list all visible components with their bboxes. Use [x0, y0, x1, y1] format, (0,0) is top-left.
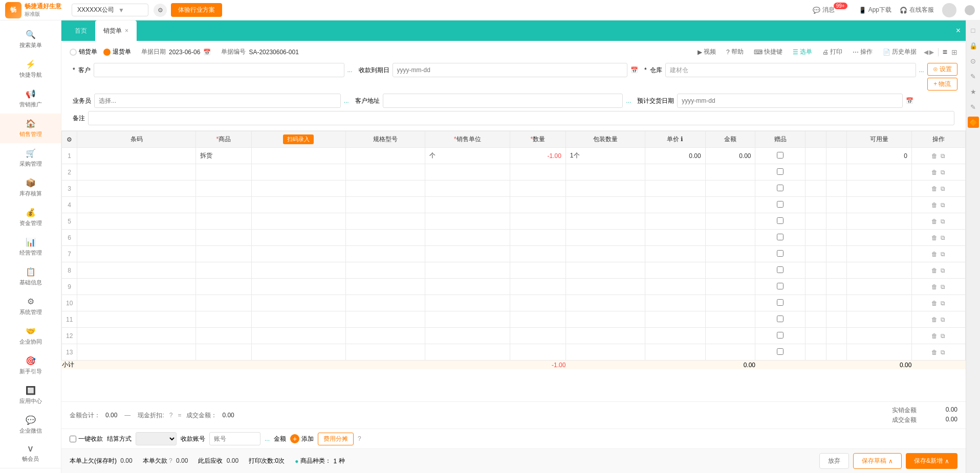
cell-pack[interactable]: [565, 262, 645, 279]
cell-product[interactable]: [195, 328, 251, 344]
cell-product[interactable]: [195, 311, 251, 328]
sidebar-item-member[interactable]: V 畅会员: [0, 440, 61, 468]
cell-unit[interactable]: [425, 181, 510, 197]
cell-spec[interactable]: [345, 246, 425, 262]
cell-unit[interactable]: [425, 230, 510, 246]
tab-close-icon[interactable]: ×: [125, 27, 128, 34]
cell-barcode[interactable]: [77, 279, 195, 295]
customer-input[interactable]: [94, 63, 344, 77]
save-draft-btn[interactable]: 保存草稿 ∧: [853, 453, 902, 469]
cell-spec[interactable]: [345, 181, 425, 197]
due-date-cal-icon[interactable]: 📅: [630, 66, 638, 74]
expected-date-input[interactable]: [677, 94, 903, 108]
account-dots-btn[interactable]: ...: [265, 435, 270, 442]
customer-addr-input[interactable]: [383, 94, 623, 108]
delete-icon[interactable]: 🗑: [931, 251, 938, 258]
cell-barcode[interactable]: [77, 230, 195, 246]
sidebar-item-system[interactable]: ⚙ 系统管理: [0, 291, 61, 321]
copy-icon[interactable]: ⧉: [941, 152, 945, 160]
cell-price[interactable]: [645, 197, 705, 213]
cell-unit[interactable]: 个: [425, 148, 510, 164]
delete-icon[interactable]: 🗑: [931, 169, 938, 176]
cell-price[interactable]: [645, 213, 705, 230]
cell-unit[interactable]: [425, 279, 510, 295]
cell-pack[interactable]: 1个: [565, 148, 645, 164]
cell-pack[interactable]: [565, 164, 645, 181]
operation-btn[interactable]: ⋯ 操作: [850, 46, 876, 58]
cell-product[interactable]: [195, 262, 251, 279]
cell-price[interactable]: 0.00: [645, 148, 705, 164]
sidebar-item-basic[interactable]: 📋 基础信息: [0, 262, 61, 291]
warehouse-input[interactable]: [665, 63, 916, 77]
one-click-checkbox[interactable]: [70, 436, 76, 442]
cell-barcode[interactable]: [77, 311, 195, 328]
cell-gift[interactable]: [755, 164, 805, 181]
cell-product[interactable]: [195, 246, 251, 262]
sidebar-item-finance[interactable]: 💰 资金管理: [0, 202, 61, 232]
cell-spec[interactable]: [345, 230, 425, 246]
cell-amount[interactable]: [705, 295, 755, 311]
settings-btn[interactable]: ⊙ 设置: [927, 63, 957, 76]
cell-spec[interactable]: [345, 295, 425, 311]
cell-pack[interactable]: [565, 279, 645, 295]
cell-barcode[interactable]: [77, 164, 195, 181]
cell-product[interactable]: [195, 213, 251, 230]
cell-amount[interactable]: [705, 279, 755, 295]
right-panel-icon1[interactable]: □: [968, 25, 979, 36]
cell-pack[interactable]: [565, 230, 645, 246]
cell-pack[interactable]: [565, 344, 645, 361]
online-support-btn[interactable]: 🎧 在线客服: [900, 6, 934, 14]
cell-spec[interactable]: [345, 197, 425, 213]
copy-icon[interactable]: ⧉: [941, 300, 945, 307]
delete-icon[interactable]: 🗑: [931, 267, 938, 274]
col-settings[interactable]: ⚙: [62, 131, 77, 148]
sidebar-item-sales[interactable]: 🏠 销售管理: [0, 114, 61, 143]
cell-price[interactable]: [645, 344, 705, 361]
cell-qty[interactable]: [510, 164, 565, 181]
cell-gift[interactable]: [755, 181, 805, 197]
cell-spec[interactable]: [345, 213, 425, 230]
calc-method-select[interactable]: [136, 432, 177, 445]
cell-amount[interactable]: [705, 164, 755, 181]
cell-amount[interactable]: 0.00: [705, 148, 755, 164]
sidebar-item-operation[interactable]: 📊 经营管理: [0, 232, 61, 262]
delete-icon[interactable]: 🗑: [931, 349, 938, 356]
cell-gift[interactable]: [755, 148, 805, 164]
copy-icon[interactable]: ⧉: [941, 349, 945, 356]
logistics-btn[interactable]: + 物流: [927, 78, 957, 91]
cell-barcode[interactable]: [77, 197, 195, 213]
cell-barcode[interactable]: [77, 213, 195, 230]
delete-icon[interactable]: 🗑: [931, 234, 938, 241]
cell-product[interactable]: [195, 164, 251, 181]
cell-price[interactable]: [645, 295, 705, 311]
product-type[interactable]: ● 商品种类： 1 种: [295, 457, 345, 465]
tab-sales[interactable]: 销货单 ×: [95, 20, 137, 41]
cell-price[interactable]: [645, 311, 705, 328]
sidebar-item-search[interactable]: 🔍 搜索菜单: [0, 25, 61, 54]
cell-barcode[interactable]: [77, 148, 195, 164]
sidebar-item-quick[interactable]: ⚡ 快捷导航: [0, 54, 61, 84]
expected-date-cal-icon[interactable]: 📅: [906, 97, 913, 104]
cell-price[interactable]: [645, 279, 705, 295]
cell-barcode[interactable]: [77, 181, 195, 197]
cell-unit[interactable]: [425, 246, 510, 262]
cell-gift[interactable]: [755, 197, 805, 213]
cell-qty[interactable]: [510, 181, 565, 197]
cell-unit[interactable]: [425, 311, 510, 328]
sidebar-item-wxwork[interactable]: 💬 企业微信: [0, 410, 61, 440]
cell-product[interactable]: [195, 230, 251, 246]
copy-icon[interactable]: ⧉: [941, 169, 945, 176]
cell-qty[interactable]: [510, 262, 565, 279]
company-selector[interactable]: XXXXXX公司 ▼: [72, 4, 148, 16]
one-click-payment[interactable]: 一键收款: [70, 435, 103, 443]
cell-spec[interactable]: [345, 148, 425, 164]
app-download-btn[interactable]: 📱 App下载: [859, 6, 891, 14]
cell-spec[interactable]: [345, 262, 425, 279]
message-btn[interactable]: 💬 消息 99+: [813, 6, 851, 14]
cell-pack[interactable]: [565, 181, 645, 197]
cell-gift[interactable]: [755, 295, 805, 311]
cell-gift[interactable]: [755, 311, 805, 328]
cell-amount[interactable]: [705, 311, 755, 328]
right-panel-icon2[interactable]: 🔒: [968, 40, 979, 51]
radio-return[interactable]: 退货单: [103, 48, 131, 56]
